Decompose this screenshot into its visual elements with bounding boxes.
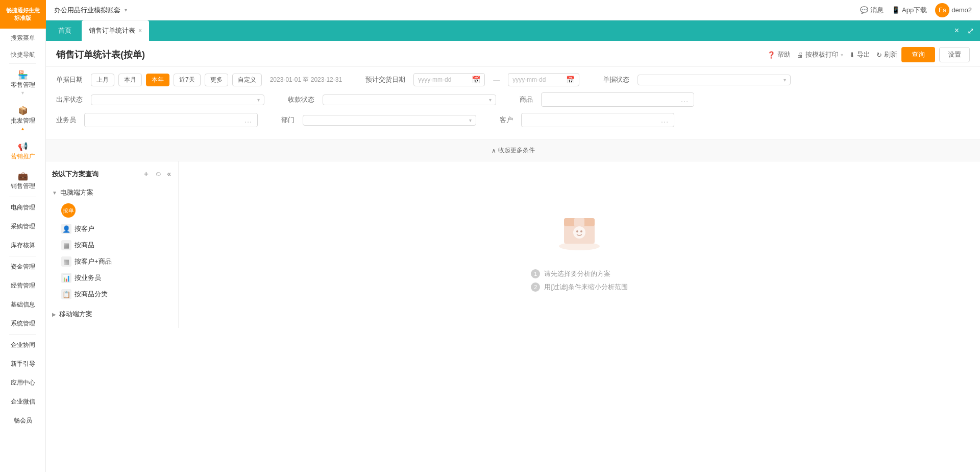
- collapse-up-icon: ∧: [492, 147, 496, 154]
- sidebar-item-wholesale[interactable]: 📦 批发管理 ▲: [0, 101, 45, 136]
- tree-label-customer: 按客户: [75, 224, 94, 233]
- tab-sales-stat[interactable]: 销售订单统计表 ×: [82, 20, 149, 41]
- expected-date-label: 预计交货日期: [365, 75, 405, 84]
- logo-subtitle: 标准版: [14, 14, 31, 22]
- collapse-button[interactable]: ∧ 收起更多条件: [492, 143, 535, 158]
- tree-child-by-customer[interactable]: 👤 按客户: [46, 221, 178, 237]
- dept-chevron: ▾: [469, 117, 472, 123]
- page-content: 销售订单统计表(按单) ❓ 帮助 🖨 按模板打印 ▾ ⬇: [46, 41, 980, 472]
- date-btn-custom[interactable]: 自定义: [232, 74, 262, 86]
- refresh-label: 刷新: [884, 50, 897, 59]
- collapse-bar: ∧ 收起更多条件: [46, 139, 980, 161]
- content-area: 按以下方案查询 ＋ ☺ « ▼ 电脑端方案: [46, 161, 980, 328]
- tree-child-by-goods[interactable]: ▦ 按商品: [46, 237, 178, 253]
- setting-button[interactable]: 设置: [939, 47, 970, 62]
- empty-state: 1 请先选择要分析的方案 2 用[过滤]条件来缩小分析范围: [179, 161, 980, 328]
- dept-select[interactable]: ▾: [303, 115, 476, 126]
- date-btn-this-year[interactable]: 本年: [146, 74, 169, 86]
- calendar-icon-start: 📅: [472, 76, 480, 84]
- sidebar-item-wechat[interactable]: 企业微信: [0, 392, 45, 411]
- date-range-display: 2023-01-01 至 2023-12-31: [270, 76, 342, 84]
- help-label: 帮助: [777, 50, 791, 59]
- sidebar-search[interactable]: 搜索菜单: [0, 29, 45, 48]
- sidebar-item-member[interactable]: 畅会员: [0, 411, 45, 430]
- print-action[interactable]: 🖨 按模板打印 ▾: [797, 50, 843, 59]
- refresh-action[interactable]: ↻ 刷新: [876, 50, 897, 59]
- topbar-dropdown-icon[interactable]: ▾: [125, 7, 127, 13]
- sidebar-item-inventory[interactable]: 库存核算: [0, 236, 45, 255]
- goods-input[interactable]: …: [541, 92, 694, 107]
- add-scheme-icon[interactable]: ＋: [141, 169, 151, 180]
- tree-mobile-label: 移动端方案: [59, 310, 92, 319]
- tree-label-goods: 按商品: [75, 241, 94, 250]
- tip-num-1: 1: [531, 269, 540, 278]
- tree-section-mobile: ▶ 移动端方案: [46, 304, 178, 324]
- sidebar-item-appcenter[interactable]: 应用中心: [0, 373, 45, 392]
- export-label: 导出: [857, 50, 870, 59]
- tab-maximize-btn[interactable]: ⤢: [965, 24, 976, 38]
- customer-dots-icon[interactable]: …: [660, 115, 669, 125]
- tree-child-by-goods-cat[interactable]: 📋 按商品分类: [46, 286, 178, 302]
- tab-minimize-btn[interactable]: ×: [952, 24, 961, 37]
- tree-active-dot: 按单: [61, 203, 76, 218]
- goods-dots-icon[interactable]: …: [680, 95, 689, 104]
- collect-status-select[interactable]: ▾: [323, 95, 496, 105]
- sidebar-item-basic[interactable]: 基础信息: [0, 295, 45, 314]
- tree-desktop-parent[interactable]: ▼ 电脑端方案: [46, 185, 178, 200]
- tree-child-by-customer-goods[interactable]: ▦ 按客户+商品: [46, 253, 178, 270]
- topbar-user[interactable]: Ea demo2: [935, 3, 972, 17]
- sidebar-item-ecommerce-label: 电商管理: [11, 203, 35, 212]
- collect-status-label: 收款状态: [288, 95, 314, 104]
- sidebar-item-purchase[interactable]: 采购管理: [0, 217, 45, 236]
- ship-status-label: 出库状态: [56, 95, 83, 104]
- page-inner: 销售订单统计表(按单) ❓ 帮助 🖨 按模板打印 ▾ ⬇: [46, 41, 980, 472]
- appdownload-icon: 📱: [892, 6, 900, 14]
- collapse-label: 收起更多条件: [498, 146, 535, 155]
- tab-close-icon[interactable]: ×: [138, 27, 142, 34]
- export-action[interactable]: ⬇ 导出: [849, 50, 870, 59]
- topbar-appdownload-label: App下载: [902, 6, 927, 15]
- salesman-dots-icon[interactable]: …: [244, 115, 252, 125]
- sidebar-item-newuser[interactable]: 新手引导: [0, 355, 45, 373]
- sidebar-item-cooperation[interactable]: 企业协同: [0, 336, 45, 355]
- sidebar-quicknav[interactable]: 快捷导航: [0, 48, 45, 62]
- sidebar-item-ecommerce[interactable]: 电商管理: [0, 198, 45, 217]
- retail-expand-icon: ▼: [20, 90, 25, 96]
- date-btn-more[interactable]: 更多: [205, 74, 228, 86]
- topbar-appdownload[interactable]: 📱 App下载: [892, 6, 927, 15]
- sidebar-item-marketing[interactable]: 📢 营销推广: [0, 136, 45, 166]
- sidebar-item-finance[interactable]: 资金管理: [0, 257, 45, 276]
- date-btn-7days[interactable]: 近7天: [174, 74, 201, 86]
- message-icon: 💬: [860, 6, 868, 14]
- status-select[interactable]: ▾: [638, 75, 791, 85]
- logo-text: 畅捷通好生意: [6, 7, 40, 14]
- date-btn-last-month[interactable]: 上月: [91, 74, 114, 86]
- sidebar-item-member-label: 畅会员: [14, 416, 32, 425]
- tree-child-by-salesman[interactable]: 📊 按业务员: [46, 270, 178, 286]
- tab-home[interactable]: 首页: [50, 20, 80, 41]
- expected-date-start[interactable]: yyyy-mm-dd 📅: [413, 73, 485, 86]
- topbar-left: 办公用品行业模拟账套 ▾: [54, 6, 127, 15]
- tree-mobile-parent[interactable]: ▶ 移动端方案: [46, 306, 178, 322]
- topbar-message[interactable]: 💬 消息: [860, 6, 884, 15]
- query-button[interactable]: 查询: [901, 47, 935, 62]
- sidebar-item-system[interactable]: 系统管理: [0, 314, 45, 333]
- retail-icon: 🏪: [18, 70, 28, 80]
- sidebar-item-sales[interactable]: 💼 销售管理: [0, 166, 45, 196]
- tree-label-goods-cat: 按商品分类: [75, 290, 108, 299]
- tree-child-by-order[interactable]: 按单: [46, 200, 178, 221]
- customer-input[interactable]: …: [521, 113, 674, 127]
- ship-status-select[interactable]: ▾: [91, 95, 264, 105]
- sidebar-item-operation[interactable]: 经营管理: [0, 276, 45, 295]
- sidebar-item-retail[interactable]: 🏪 零售管理 ▼: [0, 65, 45, 101]
- divider2: [9, 197, 36, 197]
- collapse-panel-icon[interactable]: «: [166, 169, 172, 180]
- print-icon: 🖨: [797, 51, 803, 59]
- svg-point-4: [573, 226, 585, 239]
- tab-actions: × ⤢: [952, 24, 976, 38]
- date-btn-this-month[interactable]: 本月: [118, 74, 142, 86]
- manage-scheme-icon[interactable]: ☺: [154, 169, 163, 180]
- help-action[interactable]: ❓ 帮助: [767, 50, 791, 59]
- salesman-input[interactable]: …: [84, 113, 258, 127]
- expected-date-end[interactable]: yyyy-mm-dd 📅: [508, 73, 579, 86]
